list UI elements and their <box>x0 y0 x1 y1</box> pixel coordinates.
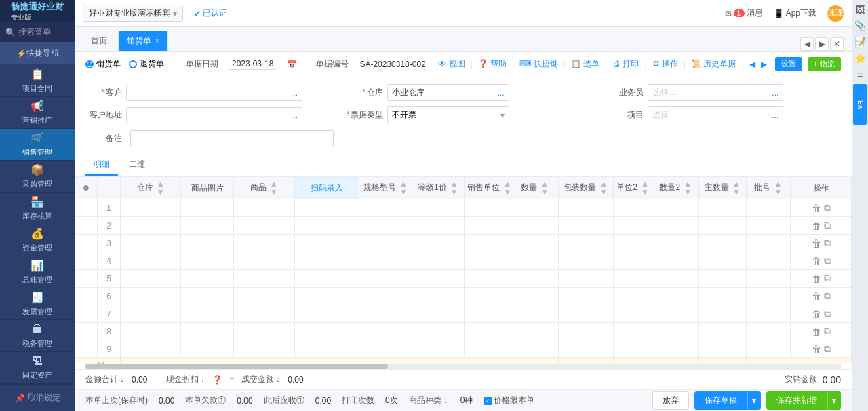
row-unit2-cell[interactable] <box>613 323 652 340</box>
row-img-cell[interactable] <box>181 340 234 358</box>
row-qty-cell[interactable] <box>511 199 558 217</box>
row-price1-cell[interactable] <box>412 235 465 252</box>
salesman-input[interactable]: 选择... ... <box>648 84 783 101</box>
th-unit[interactable]: 销售单位 ▲▼ <box>465 177 511 199</box>
row-unit2-cell[interactable] <box>613 235 652 252</box>
row-pack-qty-cell[interactable] <box>558 340 613 358</box>
row-goods-cell[interactable] <box>233 199 294 217</box>
row-copy-icon[interactable]: ⧉ <box>824 308 831 319</box>
view-btn[interactable]: 👁 视图 <box>438 58 465 70</box>
row-qty-cell[interactable] <box>511 217 558 235</box>
row-batch-cell[interactable] <box>746 323 791 340</box>
sidebar-item-inventory[interactable]: 🏪 库存核算 <box>0 193 75 224</box>
row-main-qty-cell[interactable] <box>699 340 746 358</box>
row-batch-cell[interactable] <box>746 288 791 305</box>
row-goods-cell[interactable] <box>233 323 294 340</box>
next-record-btn[interactable]: ▶ <box>761 60 767 69</box>
row-delete-icon[interactable]: 🗑 <box>812 256 821 267</box>
row-spec-cell[interactable] <box>359 340 412 358</box>
row-barcode-cell[interactable] <box>294 305 359 323</box>
row-unit2-cell[interactable] <box>613 288 652 305</box>
row-pack-qty-cell[interactable] <box>558 323 613 340</box>
row-spec-cell[interactable] <box>359 305 412 323</box>
row-unit2-cell[interactable] <box>613 217 652 235</box>
row-copy-icon[interactable]: ⧉ <box>824 202 831 214</box>
row-spec-cell[interactable] <box>359 235 412 252</box>
row-warehouse-cell[interactable] <box>120 252 181 270</box>
row-spec-cell[interactable] <box>359 323 412 340</box>
row-warehouse-cell[interactable] <box>120 340 181 358</box>
help-btn[interactable]: ❓ 帮助 <box>478 58 507 70</box>
row-unit-cell[interactable] <box>465 217 511 235</box>
row-price1-cell[interactable] <box>412 199 465 217</box>
print-btn[interactable]: 🖨 打印 <box>612 58 639 70</box>
project-more-btn[interactable]: ... <box>769 111 778 120</box>
row-delete-icon[interactable]: 🗑 <box>812 238 821 249</box>
row-price1-cell[interactable] <box>412 270 465 288</box>
row-goods-cell[interactable] <box>233 288 294 305</box>
row-main-qty-cell[interactable] <box>699 252 746 270</box>
radio-return-order[interactable]: 退货单 <box>129 58 164 70</box>
company-select[interactable]: 好业财专业版演示帐套 ▾ <box>83 5 183 22</box>
row-copy-icon[interactable]: ⧉ <box>824 237 831 249</box>
right-panel-icon-4[interactable]: ⭐ <box>853 52 867 65</box>
row-barcode-cell[interactable] <box>294 235 359 252</box>
row-qty-cell[interactable] <box>511 270 558 288</box>
row-unit2-cell[interactable] <box>613 270 652 288</box>
user-avatar[interactable]: 珠珠 <box>827 5 844 22</box>
row-unit2-cell[interactable] <box>613 252 652 270</box>
logistics-btn[interactable]: + 物流 <box>808 57 841 71</box>
row-main-qty-cell[interactable] <box>699 199 746 217</box>
row-pack-qty-cell[interactable] <box>558 288 613 305</box>
row-qty2-cell[interactable] <box>652 199 699 217</box>
row-goods-cell[interactable] <box>233 305 294 323</box>
right-panel-icon-5[interactable]: ≡ <box>853 68 867 81</box>
row-spec-cell[interactable] <box>359 199 412 217</box>
row-barcode-cell[interactable] <box>294 199 359 217</box>
row-barcode-cell[interactable] <box>294 270 359 288</box>
project-input[interactable]: 选择... ... <box>648 106 783 123</box>
cancel-pin-item[interactable]: 📌 取消锁定 <box>0 384 75 411</box>
row-pack-qty-cell[interactable] <box>558 217 613 235</box>
tab-prev-btn[interactable]: ◀ <box>800 37 814 51</box>
th-barcode[interactable]: 扫码录入 <box>294 177 359 199</box>
tab-sales-order[interactable]: 销货单 × <box>118 31 168 51</box>
row-qty-cell[interactable] <box>511 305 558 323</box>
row-qty-cell[interactable] <box>511 235 558 252</box>
th-unit2[interactable]: 单位2 ▲▼ <box>613 177 652 199</box>
row-warehouse-cell[interactable] <box>120 199 181 217</box>
address-input[interactable]: ... <box>126 107 302 123</box>
row-main-qty-cell[interactable] <box>699 217 746 235</box>
row-barcode-cell[interactable] <box>294 217 359 235</box>
save-new-arrow-btn[interactable]: ▾ <box>827 391 841 410</box>
th-img[interactable]: 商品图片 <box>181 177 234 199</box>
row-img-cell[interactable] <box>181 217 234 235</box>
th-main-qty[interactable]: 主数量 ▲▼ <box>699 177 746 199</box>
row-delete-icon[interactable]: 🗑 <box>812 220 821 231</box>
sidebar-item-project[interactable]: 📋 项目合同 <box>0 65 75 97</box>
row-pack-qty-cell[interactable] <box>558 199 613 217</box>
customer-more-btn[interactable]: ... <box>288 88 298 98</box>
search-menu[interactable]: 🔍 搜索菜单 <box>0 22 75 42</box>
row-unit-cell[interactable] <box>465 252 511 270</box>
radio-sales-order[interactable]: 销货单 <box>85 58 121 70</box>
question-icon[interactable]: ❓ <box>212 375 222 385</box>
app-download-btn[interactable]: 📱 App下载 <box>774 7 816 19</box>
row-goods-cell[interactable] <box>233 252 294 270</box>
row-copy-icon[interactable]: ⧉ <box>824 343 831 355</box>
row-delete-icon[interactable]: 🗑 <box>812 344 821 355</box>
row-warehouse-cell[interactable] <box>120 288 181 305</box>
sidebar-item-purchase[interactable]: 📦 采购管理 <box>0 161 75 193</box>
date-value[interactable]: 2023-03-18 <box>229 58 276 70</box>
row-warehouse-cell[interactable] <box>120 323 181 340</box>
row-warehouse-cell[interactable] <box>120 305 181 323</box>
message-btn[interactable]: ✉ 1 消息 <box>725 7 763 19</box>
sidebar-item-assets[interactable]: 🏗 固定资产 <box>0 352 75 384</box>
sidebar-item-sales[interactable]: 🛒 销售管理 <box>0 129 75 161</box>
invoice-select[interactable]: 不开票 ▾ <box>387 106 509 123</box>
row-batch-cell[interactable] <box>746 252 791 270</box>
row-batch-cell[interactable] <box>746 235 791 252</box>
row-goods-cell[interactable] <box>233 340 294 358</box>
row-goods-cell[interactable] <box>233 235 294 252</box>
row-qty2-cell[interactable] <box>652 252 699 270</box>
